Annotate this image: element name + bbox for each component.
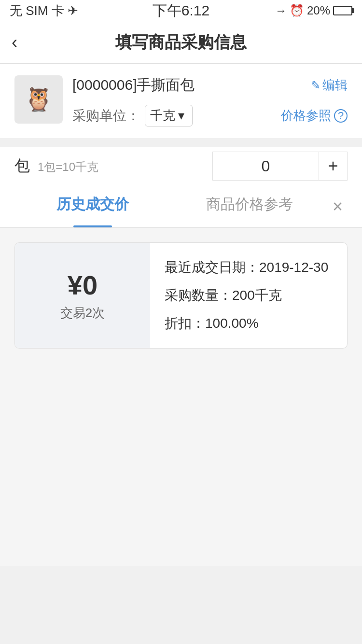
edit-link[interactable]: ✎ 编辑 bbox=[311, 77, 348, 94]
alarm-icon: ⏰ bbox=[290, 4, 304, 17]
qty-unit: 包 bbox=[14, 155, 30, 177]
help-icon: ? bbox=[334, 109, 348, 123]
discount-value: 100.00% bbox=[205, 316, 259, 331]
unit-label: 采购单位： 千克 ▾ bbox=[72, 105, 193, 126]
tab-product-price-ref[interactable]: 商品价格参考 bbox=[171, 185, 327, 227]
status-bar: 无 SIM 卡 ✈ 下午6:12 → ⏰ 20% bbox=[0, 0, 362, 21]
back-button[interactable]: ‹ bbox=[12, 32, 17, 53]
content-area: ¥0 交易2次 最近成交日期：2019-12-30 采购数量：200千克 折扣：… bbox=[0, 228, 362, 566]
battery-icon bbox=[333, 6, 352, 15]
edit-label: 编辑 bbox=[322, 77, 348, 94]
purchase-qty-label: 采购数量： bbox=[165, 288, 232, 303]
chevron-down-icon: ▾ bbox=[178, 108, 184, 123]
product-image: 🦉 bbox=[14, 75, 63, 124]
product-section: 🦉 [0000006]手撕面包 ✎ 编辑 采购单位： 千克 ▾ bbox=[0, 64, 362, 138]
tab-close-button[interactable]: × bbox=[328, 196, 348, 217]
product-info: [0000006]手撕面包 ✎ 编辑 采购单位： 千克 ▾ 价格参照 ? bbox=[72, 75, 348, 126]
qty-input[interactable] bbox=[212, 152, 319, 181]
tab-history-price-label: 历史成交价 bbox=[56, 195, 129, 218]
price-card-right: 最近成交日期：2019-12-30 采购数量：200千克 折扣：100.00% bbox=[150, 243, 347, 348]
price-card: ¥0 交易2次 最近成交日期：2019-12-30 采购数量：200千克 折扣：… bbox=[14, 242, 348, 349]
price-ref-label: 价格参照 bbox=[281, 107, 331, 124]
battery-percent: 20% bbox=[307, 4, 330, 17]
product-logo-icon: 🦉 bbox=[24, 86, 53, 113]
unit-label-text: 采购单位： bbox=[72, 107, 140, 125]
recent-date-label: 最近成交日期： bbox=[165, 260, 259, 275]
purchase-qty-value: 200千克 bbox=[232, 288, 282, 303]
unit-value: 千克 bbox=[150, 107, 175, 124]
recent-date-row: 最近成交日期：2019-12-30 bbox=[165, 257, 333, 278]
product-name: [0000006]手撕面包 bbox=[72, 75, 195, 95]
location-icon: → bbox=[275, 4, 287, 17]
purchase-qty-row: 采购数量：200千克 bbox=[165, 285, 333, 306]
quantity-section: 包 1包=10千克 + bbox=[0, 147, 362, 185]
price-card-left: ¥0 交易2次 bbox=[15, 243, 150, 348]
tab-product-price-ref-label: 商品价格参考 bbox=[206, 195, 293, 218]
recent-date-value: 2019-12-30 bbox=[259, 260, 328, 275]
qty-plus-button[interactable]: + bbox=[319, 152, 348, 181]
qty-input-group: + bbox=[212, 152, 348, 181]
nav-bar: ‹ 填写商品采购信息 bbox=[0, 21, 362, 64]
price-ref-button[interactable]: 价格参照 ? bbox=[281, 107, 348, 124]
discount-label: 折扣： bbox=[165, 316, 205, 331]
status-time: 下午6:12 bbox=[153, 1, 209, 21]
tabs-section: 历史成交价 商品价格参考 × bbox=[0, 185, 362, 228]
qty-hint: 1包=10千克 bbox=[38, 159, 98, 175]
section-divider bbox=[0, 138, 362, 147]
unit-selector[interactable]: 千克 ▾ bbox=[145, 105, 193, 126]
page-title: 填写商品采购信息 bbox=[115, 31, 247, 54]
qty-label-group: 包 1包=10千克 bbox=[14, 155, 98, 177]
tab-active-underline bbox=[73, 225, 112, 227]
edit-icon: ✎ bbox=[311, 79, 320, 92]
price-amount: ¥0 bbox=[68, 269, 97, 301]
tab-history-price[interactable]: 历史成交价 bbox=[14, 185, 171, 227]
price-trades: 交易2次 bbox=[60, 305, 105, 322]
status-right: → ⏰ 20% bbox=[275, 4, 352, 17]
status-network: 无 SIM 卡 ✈ bbox=[10, 2, 78, 19]
discount-row: 折扣：100.00% bbox=[165, 313, 333, 334]
